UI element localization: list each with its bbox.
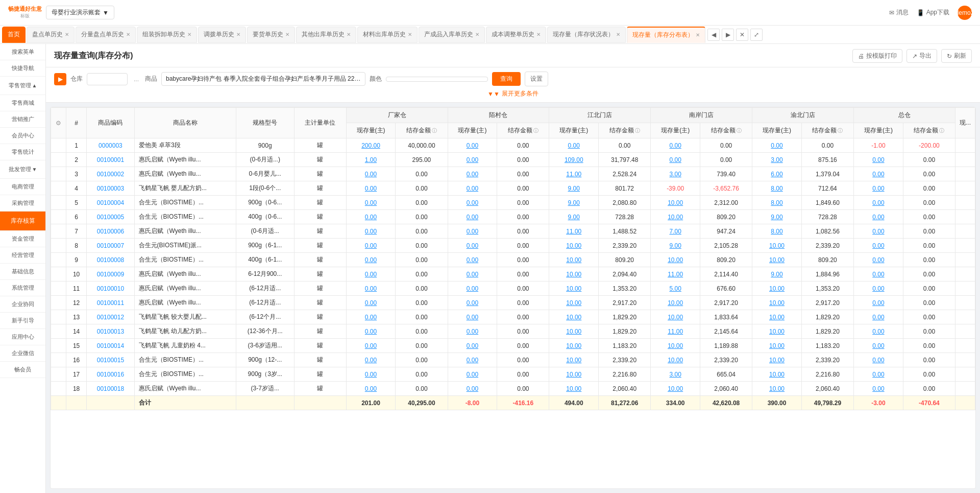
col-total-stock[interactable]: 0.00 bbox=[854, 382, 903, 396]
col-nanqi-stock[interactable]: 10.00 bbox=[651, 196, 700, 210]
col-total-stock[interactable]: 0.00 bbox=[854, 353, 903, 367]
col-factory-stock[interactable]: 0.00 bbox=[346, 324, 396, 339]
col-code[interactable]: 00100002 bbox=[87, 167, 134, 181]
col-jiangbei-stock[interactable]: 10.00 bbox=[549, 353, 599, 367]
col-mountain-stock[interactable]: 0.00 bbox=[448, 310, 497, 324]
sidebar-item-ops[interactable]: 经营管理 bbox=[0, 247, 45, 264]
col-yuebei-stock[interactable]: 9.00 bbox=[752, 267, 802, 281]
tab-home[interactable]: 首页 bbox=[2, 27, 26, 43]
col-mountain-stock[interactable]: 0.00 bbox=[448, 367, 497, 382]
col-yuebei-stock[interactable]: 10.00 bbox=[752, 324, 802, 339]
tab-stock-dist[interactable]: 现存量（库存分布表） ✕ bbox=[627, 27, 705, 43]
col-code[interactable]: 00100015 bbox=[87, 353, 134, 367]
col-yuebei-stock[interactable]: 10.00 bbox=[752, 239, 802, 253]
close-icon[interactable]: ✕ bbox=[696, 32, 700, 38]
filter-toggle-btn[interactable]: ▶ bbox=[54, 73, 66, 85]
avatar[interactable]: demo2 bbox=[958, 6, 972, 20]
close-icon[interactable]: ✕ bbox=[408, 32, 412, 37]
col-jiangbei-stock[interactable]: 10.00 bbox=[549, 267, 599, 281]
gear-icon[interactable]: ⚙ bbox=[56, 120, 61, 127]
col-nanqi-stock[interactable]: 5.00 bbox=[651, 281, 700, 296]
col-total-stock[interactable]: 0.00 bbox=[854, 153, 903, 167]
col-nanqi-stock[interactable]: 9.00 bbox=[651, 239, 700, 253]
sidebar-item-retail[interactable]: 零售管理 ▲ bbox=[0, 77, 45, 95]
col-factory-stock[interactable]: 1.00 bbox=[346, 153, 396, 167]
sidebar-item-basic[interactable]: 基础信息 bbox=[0, 264, 45, 280]
print-button[interactable]: 🖨 按模版打印 bbox=[852, 49, 902, 63]
col-total-stock[interactable]: 0.00 bbox=[854, 310, 903, 324]
col-factory-stock[interactable]: 0.00 bbox=[346, 367, 396, 382]
sidebar-item-retail-stats[interactable]: 零售统计 bbox=[0, 144, 45, 160]
col-factory-stock[interactable]: 0.00 bbox=[346, 353, 396, 367]
col-total-stock[interactable]: 0.00 bbox=[854, 196, 903, 210]
col-nanqi-stock[interactable]: 3.00 bbox=[651, 367, 700, 382]
col-jiangbei-stock[interactable]: 0.00 bbox=[549, 138, 599, 153]
col-mountain-stock[interactable]: 0.00 bbox=[448, 153, 497, 167]
col-nanqi-stock[interactable]: 3.00 bbox=[651, 167, 700, 181]
col-mountain-stock[interactable]: 0.00 bbox=[448, 339, 497, 353]
col-yuebei-stock[interactable]: 3.00 bbox=[752, 153, 802, 167]
tab-inventory[interactable]: 盘点单历史 ✕ bbox=[27, 27, 75, 43]
col-yuebei-stock[interactable]: 10.00 bbox=[752, 382, 802, 396]
col-total-stock[interactable]: 0.00 bbox=[854, 239, 903, 253]
col-nanqi-stock[interactable]: 10.00 bbox=[651, 210, 700, 224]
col-factory-stock[interactable]: 0.00 bbox=[346, 296, 396, 310]
col-mountain-stock[interactable]: 0.00 bbox=[448, 181, 497, 196]
info-icon[interactable]: ⓘ bbox=[432, 127, 437, 134]
col-code[interactable]: 00100008 bbox=[87, 253, 134, 267]
col-mountain-stock[interactable]: 0.00 bbox=[448, 267, 497, 281]
col-yuebei-stock[interactable]: 10.00 bbox=[752, 353, 802, 367]
col-total-stock[interactable]: 0.00 bbox=[854, 281, 903, 296]
col-jiangbei-stock[interactable]: 10.00 bbox=[549, 339, 599, 353]
col-yuebei-stock[interactable]: 10.00 bbox=[752, 296, 802, 310]
sidebar-item-wholesale[interactable]: 批发管理 ▼ bbox=[0, 160, 45, 179]
setting-button[interactable]: 设置 bbox=[525, 72, 548, 86]
col-yuebei-stock[interactable]: 10.00 bbox=[752, 253, 802, 267]
col-yuebei-stock[interactable]: 9.00 bbox=[752, 210, 802, 224]
col-total-stock[interactable]: 0.00 bbox=[854, 224, 903, 239]
col-code[interactable]: 00100018 bbox=[87, 382, 134, 396]
info-icon[interactable]: ⓘ bbox=[737, 127, 742, 134]
col-nanqi-stock[interactable]: 11.00 bbox=[651, 267, 700, 281]
col-nanqi-stock[interactable]: 7.00 bbox=[651, 224, 700, 239]
col-yuebei-stock[interactable]: 10.00 bbox=[752, 367, 802, 382]
col-total-stock[interactable]: 0.00 bbox=[854, 324, 903, 339]
expand-conditions-btn[interactable]: ▼▼ 展开更多条件 bbox=[487, 89, 538, 98]
info-icon[interactable]: ⓘ bbox=[533, 127, 538, 134]
col-jiangbei-stock[interactable]: 11.00 bbox=[549, 167, 599, 181]
col-mountain-stock[interactable]: 0.00 bbox=[448, 196, 497, 210]
sidebar-item-member2[interactable]: 畅会员 bbox=[0, 362, 45, 378]
account-selector[interactable]: 母婴行业演示账套 ▼ bbox=[46, 6, 114, 19]
sidebar-item-marketing[interactable]: 营销推广 bbox=[0, 111, 45, 128]
tab-requisition[interactable]: 要货单历史 ✕ bbox=[247, 27, 295, 43]
col-total-stock[interactable]: 0.00 bbox=[854, 181, 903, 196]
tab-product-in[interactable]: 产成品入库单历史 ✕ bbox=[419, 27, 485, 43]
sidebar-item-guide[interactable]: 新手引导 bbox=[0, 313, 45, 329]
app-download-btn[interactable]: 📱 App下载 bbox=[917, 8, 949, 17]
sidebar-item-nav[interactable]: 快捷导航 bbox=[0, 60, 45, 77]
col-total-stock[interactable]: 0.00 bbox=[854, 253, 903, 267]
col-total-stock[interactable]: -1.00 bbox=[854, 138, 903, 153]
col-jiangbei-stock[interactable]: 10.00 bbox=[549, 367, 599, 382]
col-code[interactable]: 00100016 bbox=[87, 367, 134, 382]
col-mountain-stock[interactable]: 0.00 bbox=[448, 382, 497, 396]
col-code[interactable]: 00100004 bbox=[87, 196, 134, 210]
col-jiangbei-stock[interactable]: 9.00 bbox=[549, 196, 599, 210]
info-icon[interactable]: ⓘ bbox=[838, 127, 843, 134]
col-total-stock[interactable]: 0.00 bbox=[854, 339, 903, 353]
col-yuebei-stock[interactable]: 10.00 bbox=[752, 339, 802, 353]
col-factory-stock[interactable]: 0.00 bbox=[346, 196, 396, 210]
col-factory-stock[interactable]: 0.00 bbox=[346, 253, 396, 267]
tab-stock-status[interactable]: 现存量（库存状况表） ✕ bbox=[547, 27, 626, 43]
col-nanqi-stock[interactable]: 10.00 bbox=[651, 353, 700, 367]
sidebar-item-search[interactable]: 搜索英单 bbox=[0, 44, 45, 60]
tab-transfer[interactable]: 调拨单历史 ✕ bbox=[198, 27, 246, 43]
close-icon[interactable]: ✕ bbox=[285, 32, 289, 37]
col-nanqi-stock[interactable]: 10.00 bbox=[651, 296, 700, 310]
close-icon[interactable]: ✕ bbox=[187, 32, 191, 37]
col-factory-stock[interactable]: 0.00 bbox=[346, 224, 396, 239]
th-settings[interactable]: ⚙ bbox=[51, 108, 66, 138]
refresh-button[interactable]: ↻ 刷新 bbox=[941, 49, 972, 63]
goods-input[interactable]: babycare孕妇待产包 春季入院全套母子组合孕妇产后冬季月子用品 22件套 … bbox=[161, 72, 365, 86]
col-mountain-stock[interactable]: 0.00 bbox=[448, 281, 497, 296]
